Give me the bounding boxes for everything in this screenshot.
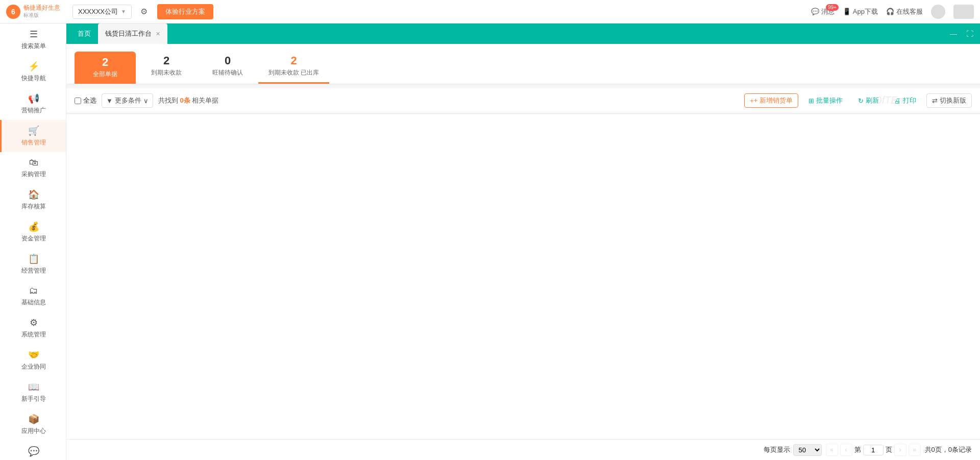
avatar[interactable] — [931, 5, 945, 19]
company-selector[interactable]: XXXXXX公司 ▼ — [72, 5, 132, 19]
handshake-icon: 🤝 — [28, 349, 39, 360]
prev-page-button[interactable]: ‹ — [840, 444, 852, 456]
toolbar-left: 全选 ▼ 更多条件 ∨ 共找到 0条 相关单据 — [75, 93, 739, 108]
sidebar-label-operations: 经营管理 — [21, 267, 46, 275]
main-layout: ☰ 搜索菜单 ⚡ 快捷导航 📢 营销推广 🛒 销售管理 🛍 采购管理 🏠 库存核… — [0, 23, 980, 460]
speaker-icon: 📢 — [28, 93, 39, 104]
box-icon: 📦 — [28, 414, 39, 425]
sidebar-item-weixin[interactable]: 💬 企业微信 — [0, 441, 66, 460]
filter-label: 更多条件 — [115, 96, 141, 105]
refresh-label: 刷新 — [866, 96, 879, 105]
sidebar-item-purchase[interactable]: 🛍 采购管理 — [0, 152, 66, 184]
switch-label: 切换新版 — [940, 96, 966, 105]
sidebar-item-cooperation[interactable]: 🤝 企业协同 — [0, 344, 66, 376]
online-service-button[interactable]: 🎧 在线客服 — [886, 7, 923, 16]
add-order-button[interactable]: + + 新增销货单 — [744, 93, 798, 108]
message-button[interactable]: 💬 消息 99+ — [811, 7, 835, 16]
service-icon: 🎧 — [886, 8, 894, 15]
per-page-select[interactable]: 50 100 200 — [793, 444, 822, 456]
book-icon: 📖 — [28, 381, 39, 393]
sidebar-label-marketing: 营销推广 — [21, 106, 46, 115]
stat-card-overdue-shipped[interactable]: 2 到期未收款 已出库 — [258, 50, 329, 84]
stat-card-overdue[interactable]: 2 到期未收款 — [136, 50, 197, 84]
clipboard-icon: 📋 — [28, 253, 39, 264]
sidebar-label-inventory: 库存核算 — [21, 202, 46, 211]
stat-number-overdue-shipped: 2 — [268, 54, 319, 67]
select-all-input[interactable] — [75, 98, 81, 104]
logo-text: 畅捷通好生意 — [23, 4, 60, 12]
pagination-bar: 每页显示 50 100 200 « ‹ 第 页 › » 共0页，0条记录 — [66, 439, 980, 460]
tab-maximize-button[interactable]: ⛶ — [964, 28, 976, 40]
switch-icon: ⇄ — [932, 97, 938, 105]
sidebar-item-operations[interactable]: 📋 经营管理 — [0, 248, 66, 280]
top-header: 6 畅捷通好生意 标准版 XXXXXX公司 ▼ ⚙ 体验行业方案 💬 消息 99… — [0, 0, 980, 23]
tab-bar: 首页 钱货日清工作台 ✕ — ⛶ — [66, 23, 980, 44]
stat-card-all[interactable]: 2 全部单据 — [75, 52, 136, 84]
app-download-label: App下载 — [853, 7, 878, 16]
batch-operation-button[interactable]: ⊞ 批量操作 — [803, 94, 848, 107]
sidebar-label-guide: 新手引导 — [21, 395, 46, 403]
sidebar-item-inventory[interactable]: 🏠 库存核算 — [0, 184, 66, 216]
last-page-button[interactable]: » — [909, 444, 921, 456]
table-area — [66, 114, 980, 439]
home-icon: 🏠 — [28, 189, 39, 200]
cart-icon: 🛒 — [28, 125, 39, 136]
user-name[interactable] — [953, 5, 974, 19]
sidebar: ☰ 搜索菜单 ⚡ 快捷导航 📢 营销推广 🛒 销售管理 🛍 采购管理 🏠 库存核… — [0, 23, 66, 460]
add-order-label: + 新增销货单 — [754, 96, 793, 105]
toolbar: 全选 ▼ 更多条件 ∨ 共找到 0条 相关单据 + + 新增销货单 — [66, 88, 980, 113]
settings-icon[interactable]: ⚙ — [136, 4, 152, 20]
tab-minimize-button[interactable]: — — [947, 28, 960, 40]
toolbar-right: + + 新增销货单 ⊞ 批量操作 ↻ 刷新 🖨 打印 ⇄ 切换新版 — [744, 93, 972, 108]
close-icon[interactable]: ✕ — [156, 31, 160, 37]
tab-workbench[interactable]: 钱货日清工作台 ✕ — [98, 23, 167, 44]
stat-label-overdue: 到期未收款 — [146, 68, 187, 77]
filter-icon: ▼ — [106, 97, 113, 105]
sidebar-item-quicknav[interactable]: ⚡ 快捷导航 — [0, 56, 66, 88]
sidebar-item-guide[interactable]: 📖 新手引导 — [0, 376, 66, 408]
message-icon: 💬 — [811, 8, 819, 15]
search-icon: ☰ — [30, 29, 38, 40]
refresh-button[interactable]: ↻ 刷新 — [853, 94, 884, 107]
tab-home[interactable]: 首页 — [70, 23, 98, 44]
refresh-icon: ↻ — [858, 97, 864, 105]
download-icon: 📱 — [843, 8, 851, 15]
filter-button[interactable]: ▼ 更多条件 ∨ — [102, 93, 153, 108]
sidebar-item-system[interactable]: ⚙ 系统管理 — [0, 312, 66, 344]
chevron-icon: ∨ — [143, 97, 149, 105]
logo-sub: 标准版 — [23, 12, 60, 19]
header-right: 💬 消息 99+ 📱 App下载 🎧 在线客服 — [811, 5, 974, 19]
page-input[interactable] — [863, 445, 884, 455]
print-button[interactable]: 🖨 打印 — [889, 94, 921, 107]
switch-version-button[interactable]: ⇄ 切换新版 — [926, 93, 972, 108]
stat-label-all: 全部单据 — [85, 70, 126, 79]
sidebar-item-appcenter[interactable]: 📦 应用中心 — [0, 408, 66, 441]
trial-button[interactable]: 体验行业方案 — [157, 4, 213, 19]
next-page-button[interactable]: › — [894, 444, 906, 456]
total-records-label: 共0页，0条记录 — [925, 445, 972, 454]
sidebar-item-marketing[interactable]: 📢 营销推广 — [0, 88, 66, 120]
app-download-button[interactable]: 📱 App下载 — [843, 7, 878, 16]
batch-label: 批量操作 — [816, 96, 843, 105]
first-page-button[interactable]: « — [826, 444, 838, 456]
found-text: 共找到 0条 相关单据 — [158, 96, 218, 105]
message-badge: 99+ — [826, 4, 839, 11]
stat-label-wangfu: 旺辅待确认 — [207, 68, 248, 77]
page-suffix: 页 — [886, 445, 892, 454]
sidebar-item-finance[interactable]: 💰 资金管理 — [0, 216, 66, 248]
sidebar-label-finance: 资金管理 — [21, 234, 46, 243]
tab-bar-right: — ⛶ — [947, 28, 976, 40]
logo-area: 6 畅捷通好生意 标准版 — [6, 4, 72, 19]
stat-card-wangfu[interactable]: 0 旺辅待确认 — [197, 50, 258, 84]
sidebar-item-sales[interactable]: 🛒 销售管理 — [0, 120, 66, 152]
page-navigation: « ‹ 第 页 › » — [826, 444, 921, 456]
select-all-label: 全选 — [83, 96, 96, 105]
sidebar-label-cooperation: 企业协同 — [21, 362, 46, 371]
chevron-down-icon: ▼ — [121, 9, 126, 14]
select-all-checkbox[interactable]: 全选 — [75, 96, 96, 105]
found-count: 0条 — [180, 96, 190, 104]
sidebar-item-search[interactable]: ☰ 搜索菜单 — [0, 23, 66, 56]
sidebar-item-basicinfo[interactable]: 🗂 基础信息 — [0, 280, 66, 312]
found-prefix: 共找到 — [158, 96, 178, 104]
stats-bar: 2 全部单据 2 到期未收款 0 旺辅待确认 2 到期未收款 已出库 — [66, 44, 980, 84]
